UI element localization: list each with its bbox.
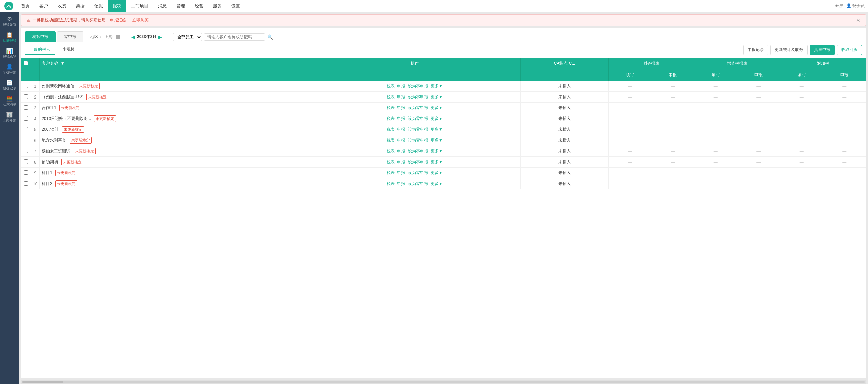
op-zerodeclare-6[interactable]: 设为零申报 — [408, 149, 428, 153]
op-declare-8[interactable]: 申报 — [397, 170, 405, 175]
nav-manage[interactable]: 管理 — [172, 0, 190, 12]
row-fin-declare-3: — — [651, 113, 694, 124]
nav-commerce[interactable]: 工商项目 — [126, 0, 153, 12]
row-checkbox-3[interactable] — [21, 113, 31, 124]
select-all-checkbox[interactable] — [24, 61, 28, 65]
row-add-declare-1: — — [823, 92, 866, 103]
date-prev-btn[interactable]: ◀ — [131, 34, 135, 40]
op-taxform-9[interactable]: 税表 — [387, 181, 395, 186]
op-zerodeclare-9[interactable]: 设为零申报 — [408, 181, 428, 186]
nav-service[interactable]: 服务 — [208, 0, 226, 12]
row-checkbox-2[interactable] — [21, 103, 31, 113]
op-zerodeclare-3[interactable]: 设为零申报 — [408, 116, 428, 121]
tab-zero-declare[interactable]: 零申报 — [57, 31, 83, 42]
nav-invoice[interactable]: 票据 — [71, 0, 90, 12]
row-checkbox-5[interactable] — [21, 135, 31, 146]
nav-billing[interactable]: 收费 — [53, 0, 71, 12]
search-input[interactable] — [204, 33, 265, 41]
nav-settings[interactable]: 设置 — [226, 0, 245, 12]
row-checkbox-0[interactable] — [21, 81, 31, 92]
op-zerodeclare-7[interactable]: 设为零申报 — [408, 159, 428, 164]
op-declare-3[interactable]: 申报 — [397, 116, 405, 121]
op-declare-1[interactable]: 申报 — [397, 94, 405, 99]
sidebar-item-tax-overview[interactable]: 📊 报税总览 — [0, 45, 19, 61]
op-more-6[interactable]: 更多▼ — [431, 149, 443, 153]
row-checkbox-4[interactable] — [21, 124, 31, 135]
sidebar-item-personal-tax[interactable]: 👤 个税申报 — [0, 61, 19, 77]
op-zerodeclare-4[interactable]: 设为零申报 — [408, 127, 428, 132]
search-button[interactable]: 🔍 — [267, 34, 273, 40]
op-taxform-8[interactable]: 税表 — [387, 170, 395, 175]
op-more-5[interactable]: 更多▼ — [431, 138, 443, 143]
banner-link-buy[interactable]: 立即购买 — [132, 17, 149, 23]
op-taxform-1[interactable]: 税表 — [387, 94, 395, 99]
record-btn[interactable]: 申报记录 — [743, 45, 768, 55]
op-zerodeclare-5[interactable]: 设为零申报 — [408, 138, 428, 143]
op-taxform-0[interactable]: 税表 — [387, 84, 395, 88]
date-next-btn[interactable]: ▶ — [158, 34, 162, 40]
op-declare-4[interactable]: 申报 — [397, 127, 405, 132]
op-more-3[interactable]: 更多▼ — [431, 116, 443, 121]
op-zerodeclare-8[interactable]: 设为零申报 — [408, 170, 428, 175]
row-add-fill-3: — — [780, 113, 823, 124]
subtab-general-taxpayer[interactable]: 一般的税人 — [25, 45, 55, 55]
banner-text: ⚠ 一键报税功能已过试用期，请购买后使用 申报汇签 立即购买 — [27, 17, 151, 23]
retrieve-btn[interactable]: 收取回执 — [837, 45, 862, 55]
banner-link-record[interactable]: 申报汇签 — [110, 17, 126, 23]
op-zerodeclare-1[interactable]: 设为零申报 — [408, 94, 428, 99]
th-tax-report: 增值税报表 — [694, 58, 780, 69]
gear-icon: ⚙ — [7, 16, 12, 22]
tab-tax-declare[interactable]: 税款申报 — [25, 31, 56, 42]
op-declare-7[interactable]: 申报 — [397, 159, 405, 164]
op-taxform-2[interactable]: 税表 — [387, 105, 395, 110]
op-declare-5[interactable]: 申报 — [397, 138, 405, 143]
nav-message[interactable]: 消息 — [153, 0, 172, 12]
row-checkbox-7[interactable] — [21, 157, 31, 168]
op-more-7[interactable]: 更多▼ — [431, 159, 443, 164]
sidebar-item-batch-tax[interactable]: 📋 批量报税 — [0, 29, 19, 45]
op-taxform-5[interactable]: 税表 — [387, 138, 395, 143]
nav-tax[interactable]: 报税 — [108, 0, 126, 12]
batch-declare-btn[interactable]: 批量申报 — [810, 45, 835, 55]
nav-accounting[interactable]: 记账 — [90, 0, 108, 12]
row-ca-0: 未插入 — [521, 81, 609, 92]
op-zerodeclare-2[interactable]: 设为零申报 — [408, 105, 428, 110]
fullscreen-btn[interactable]: ⛶ 全屏 — [829, 3, 843, 9]
nav-home[interactable]: 首页 — [16, 0, 35, 12]
op-declare-6[interactable]: 申报 — [397, 149, 405, 153]
op-declare-2[interactable]: 申报 — [397, 105, 405, 110]
op-more-1[interactable]: 更多▼ — [431, 94, 443, 99]
row-checkbox-1[interactable] — [21, 92, 31, 103]
nav-customer[interactable]: 客户 — [35, 0, 53, 12]
sidebar-item-annual-report[interactable]: 🏢 工商年报 — [0, 109, 19, 125]
op-declare-9[interactable]: 申报 — [397, 181, 405, 186]
sidebar-item-tax-record[interactable]: 📄 报税记录 — [0, 77, 19, 93]
banner-close-btn[interactable]: ✕ — [856, 18, 860, 23]
update-stats-btn[interactable]: 更新统计及取数 — [770, 45, 808, 55]
op-taxform-3[interactable]: 税表 — [387, 116, 395, 121]
row-tag-4: 未更新核定 — [62, 126, 84, 133]
scroll-thumb[interactable] — [22, 381, 63, 383]
row-tag-3: 未更新核定 — [94, 115, 116, 122]
op-more-8[interactable]: 更多▼ — [431, 170, 443, 175]
region-info-icon[interactable]: i — [116, 35, 120, 39]
op-declare-0[interactable]: 申报 — [397, 84, 405, 88]
row-checkbox-8[interactable] — [21, 168, 31, 178]
row-checkbox-6[interactable] — [21, 146, 31, 157]
horizontal-scrollbar[interactable] — [21, 380, 866, 384]
op-more-2[interactable]: 更多▼ — [431, 105, 443, 110]
subtab-small-scale[interactable]: 小规模 — [58, 45, 79, 55]
op-taxform-7[interactable]: 税表 — [387, 159, 395, 164]
op-zerodeclare-0[interactable]: 设为零申报 — [408, 84, 428, 88]
op-more-9[interactable]: 更多▼ — [431, 181, 443, 186]
row-checkbox-9[interactable] — [21, 178, 31, 189]
sidebar-item-annual-settlement[interactable]: 🧮 汇算清缴 — [0, 93, 19, 109]
op-more-0[interactable]: 更多▼ — [431, 84, 443, 88]
member-btn[interactable]: 👤 畅会员 — [846, 3, 865, 9]
op-taxform-6[interactable]: 税表 — [387, 149, 395, 153]
op-more-4[interactable]: 更多▼ — [431, 127, 443, 132]
op-taxform-4[interactable]: 税表 — [387, 127, 395, 132]
dept-select[interactable]: 全部员工 — [173, 33, 202, 41]
sidebar-item-tax-settings[interactable]: ⚙ 报税设置 — [0, 14, 19, 29]
nav-operation[interactable]: 经营 — [190, 0, 208, 12]
